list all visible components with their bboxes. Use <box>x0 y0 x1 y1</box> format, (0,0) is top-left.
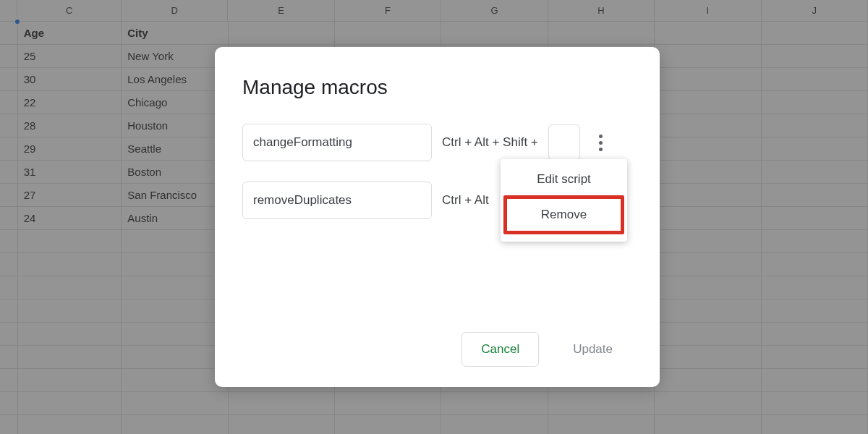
edit-script-menu-item[interactable]: Edit script <box>501 163 627 195</box>
update-button[interactable]: Update <box>553 332 632 367</box>
kebab-dot-icon <box>599 135 603 138</box>
dialog-footer: Cancel Update <box>461 332 632 367</box>
more-options-button[interactable] <box>590 128 612 157</box>
remove-menu-item[interactable]: Remove <box>507 199 621 231</box>
kebab-dot-icon <box>599 148 603 151</box>
macro-name-input[interactable] <box>242 124 432 161</box>
shortcut-label: Ctrl + Alt <box>442 193 489 208</box>
shortcut-label: Ctrl + Alt + Shift + <box>442 135 538 150</box>
cancel-button[interactable]: Cancel <box>461 332 539 367</box>
macro-row: Ctrl + Alt + Shift + <box>242 124 632 161</box>
shortcut-key-input[interactable] <box>548 124 580 161</box>
macro-options-dropdown: Edit script Remove <box>501 159 627 242</box>
highlight-annotation: Remove <box>503 195 624 234</box>
dialog-title: Manage macros <box>242 76 632 99</box>
manage-macros-dialog: Manage macros Ctrl + Alt + Shift + Ctrl … <box>215 47 660 387</box>
kebab-dot-icon <box>599 141 603 145</box>
macro-name-input[interactable] <box>242 182 432 219</box>
